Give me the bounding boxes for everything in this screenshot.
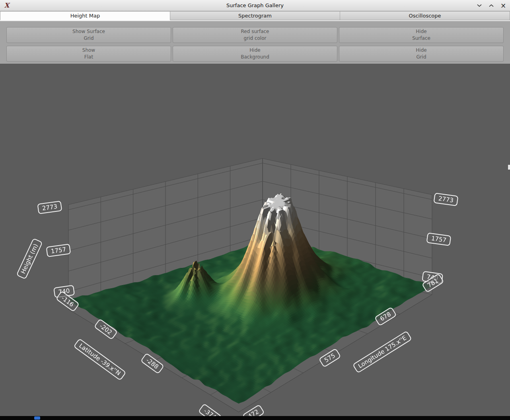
surface-3d-view[interactable] — [0, 64, 510, 420]
tab-oscilloscope[interactable]: Oscilloscope — [340, 11, 510, 20]
taskbar — [0, 416, 510, 420]
hide-grid-button[interactable]: Hide Grid — [339, 46, 504, 62]
titlebar: X Surface Graph Gallery × — [0, 0, 510, 11]
tab-spectrogram[interactable]: Spectrogram — [170, 11, 340, 20]
red-surface-grid-color-button[interactable]: Red surface grid color — [173, 27, 337, 43]
taskbar-app-icon[interactable] — [34, 416, 40, 420]
right-edge-artifact — [508, 165, 510, 170]
close-button[interactable]: × — [500, 2, 507, 9]
window-title: Surface Graph Gallery — [0, 0, 510, 11]
show-surface-grid-button[interactable]: Show Surface Grid — [6, 27, 171, 43]
chevron-down-icon — [477, 4, 482, 7]
show-flat-button[interactable]: Show Flat — [6, 46, 171, 62]
shade-button[interactable] — [476, 2, 483, 9]
hide-surface-button[interactable]: Hide Surface — [339, 27, 504, 43]
window-controls: × — [476, 0, 507, 11]
chevron-up-icon — [489, 4, 494, 7]
maximize-button[interactable] — [488, 2, 495, 9]
control-panel: Show Surface Grid Red surface grid color… — [0, 20, 510, 64]
hide-background-button[interactable]: Hide Background — [173, 46, 337, 62]
tab-bar: Height Map Spectrogram Oscilloscope — [0, 11, 510, 20]
tab-height-map[interactable]: Height Map — [0, 11, 170, 20]
